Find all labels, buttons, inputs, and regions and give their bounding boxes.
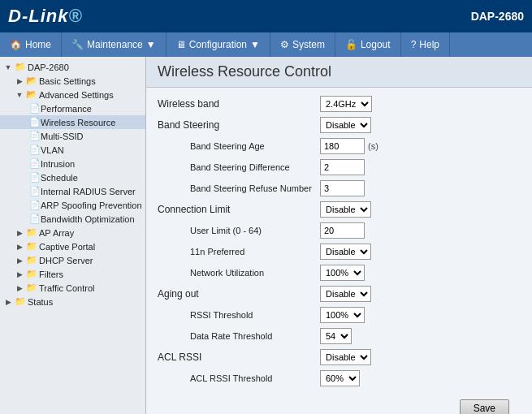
band-steering-age-unit: (s)	[368, 141, 378, 151]
sidebar-item-bandwidth-opt[interactable]: 📄 Bandwidth Optimization	[0, 212, 145, 226]
sidebar-item-traffic-control[interactable]: ▶ 📁 Traffic Control	[0, 281, 145, 295]
expand-icon: ▶	[15, 283, 24, 293]
user-limit-row: User Limit (0 - 64)	[158, 222, 521, 239]
band-steering-control: Disable Enable	[320, 117, 371, 133]
band-steering-age-row: Band Steering Age (s)	[158, 138, 521, 154]
sidebar-item-multi-ssid[interactable]: 📄 Multi-SSID	[0, 129, 145, 143]
preferred-11n-select[interactable]: Disable Enable	[320, 244, 371, 260]
nav-help[interactable]: ? Help	[401, 32, 450, 57]
expand-icon: ▶	[15, 270, 24, 279]
sidebar-schedule-label: Schedule	[41, 173, 78, 183]
data-rate-label: Data Rate Threshold	[174, 331, 320, 341]
help-icon: ?	[411, 39, 417, 50]
nav-logout[interactable]: 🔓 Logout	[335, 32, 401, 57]
sidebar-item-intrusion[interactable]: 📄 Intrusion	[0, 157, 145, 170]
sidebar-multi-ssid-label: Multi-SSID	[41, 132, 84, 141]
band-steering-refuse-input[interactable]	[320, 180, 365, 196]
sidebar-intrusion-label: Intrusion	[41, 159, 75, 169]
folder-icon: 📁	[15, 62, 26, 72]
page-icon: 📄	[29, 213, 41, 224]
acl-rssi-threshold-row: ACL RSSI Threshold 60% 40%	[158, 370, 521, 386]
sidebar-advanced-settings-label: Advanced Settings	[39, 90, 114, 100]
band-steering-diff-input[interactable]	[320, 159, 365, 175]
expand-icon: ▶	[15, 256, 24, 265]
sidebar-item-dap2680[interactable]: ▼ 📁 DAP-2680	[0, 60, 145, 74]
sidebar-item-basic-settings[interactable]: ▶ 📂 Basic Settings	[0, 74, 145, 88]
expand-icon: ▶	[3, 297, 13, 307]
nav-home[interactable]: 🏠 Home	[0, 32, 62, 57]
sidebar-item-performance[interactable]: 📄 Performance	[0, 101, 145, 115]
band-steering-select[interactable]: Disable Enable	[320, 117, 371, 133]
sidebar-performance-label: Performance	[41, 104, 92, 114]
config-icon: 🖥	[176, 39, 186, 50]
sidebar-item-dhcp-server[interactable]: ▶ 📁 DHCP Server	[0, 253, 145, 267]
band-steering-age-input[interactable]	[320, 138, 365, 154]
wireless-band-select[interactable]: 2.4GHz 5GHz	[320, 96, 372, 112]
acl-rssi-select[interactable]: Disable Enable	[320, 349, 371, 365]
nav-system[interactable]: ⚙ System	[270, 32, 335, 57]
user-limit-control	[320, 222, 365, 239]
collapse-icon: ▼	[15, 90, 24, 100]
folder-icon: 📁	[26, 282, 37, 293]
network-util-label: Network Utilization	[174, 268, 320, 278]
page-title: Wireless Resource Control	[158, 63, 521, 80]
network-util-select[interactable]: 100% 80% 60%	[320, 265, 365, 281]
data-rate-select[interactable]: 54 48 36	[320, 328, 352, 344]
sidebar-radius-label: Internal RADIUS Server	[41, 187, 136, 196]
save-button[interactable]: Save	[460, 399, 509, 414]
logout-icon: 🔓	[345, 39, 357, 50]
sidebar-dap2680-label: DAP-2680	[28, 63, 69, 72]
nav-configuration-label: Configuration	[189, 39, 247, 50]
sidebar-item-vlan[interactable]: 📄 VLAN	[0, 143, 145, 157]
save-row: Save	[158, 391, 521, 414]
sidebar-basic-settings-label: Basic Settings	[39, 76, 96, 86]
sidebar-item-arp-spoofing[interactable]: 📄 ARP Spoofing Prevention	[0, 198, 145, 212]
sidebar-item-schedule[interactable]: 📄 Schedule	[0, 170, 145, 184]
acl-rssi-label: ACL RSSI	[158, 351, 320, 363]
band-steering-diff-control	[320, 159, 365, 175]
sidebar-item-filters[interactable]: ▶ 📁 Filters	[0, 267, 145, 281]
sidebar-arp-label: ARP Spoofing Prevention	[41, 201, 142, 210]
connection-limit-select[interactable]: Disable Enable	[320, 201, 371, 218]
folder-icon: 📁	[26, 269, 37, 279]
aging-out-select[interactable]: Disable Enable	[320, 286, 371, 302]
sidebar-traffic-label: Traffic Control	[39, 283, 94, 293]
sidebar-dhcp-label: DHCP Server	[39, 256, 93, 265]
system-icon: ⚙	[280, 39, 289, 50]
sidebar-item-captive-portal[interactable]: ▶ 📁 Captive Portal	[0, 239, 145, 253]
wireless-band-row: Wireless band 2.4GHz 5GHz	[158, 96, 521, 112]
page-icon: 📄	[29, 200, 41, 210]
data-rate-control: 54 48 36	[320, 328, 352, 344]
nav-home-label: Home	[25, 39, 51, 50]
nav-logout-label: Logout	[361, 39, 391, 50]
maintenance-dropdown-icon: ▼	[146, 39, 156, 50]
page-icon: 📄	[29, 103, 41, 114]
band-steering-age-label: Band Steering Age	[174, 141, 320, 151]
preferred-11n-row: 11n Preferred Disable Enable	[158, 244, 521, 260]
rssi-threshold-select[interactable]: 100% 80%	[320, 307, 365, 323]
navbar: 🏠 Home 🔧 Maintenance ▼ 🖥 Configuration ▼…	[0, 32, 532, 57]
data-rate-row: Data Rate Threshold 54 48 36	[158, 328, 521, 344]
nav-maintenance-label: Maintenance	[87, 39, 143, 50]
nav-configuration[interactable]: 🖥 Configuration ▼	[167, 32, 270, 57]
sidebar-item-radius-server[interactable]: 📄 Internal RADIUS Server	[0, 184, 145, 198]
folder-icon: 📂	[26, 89, 37, 100]
page-icon: 📄	[29, 144, 41, 155]
expand-icon: ▶	[15, 242, 24, 252]
sidebar-item-ap-array[interactable]: ▶ 📁 AP Array	[0, 226, 145, 239]
acl-rssi-threshold-select[interactable]: 60% 40%	[320, 370, 360, 386]
acl-rssi-control: Disable Enable	[320, 349, 371, 365]
sidebar-item-wireless-resource[interactable]: 📄 Wireless Resource	[0, 115, 145, 129]
sidebar-wireless-resource-label: Wireless Resource	[41, 118, 115, 127]
maintenance-icon: 🔧	[71, 39, 84, 50]
wireless-band-label: Wireless band	[158, 98, 320, 110]
acl-rssi-row: ACL RSSI Disable Enable	[158, 349, 521, 365]
nav-maintenance[interactable]: 🔧 Maintenance ▼	[62, 32, 167, 57]
sidebar-item-status[interactable]: ▶ 📁 Status	[0, 295, 145, 308]
band-steering-label: Band Steering	[158, 119, 320, 131]
preferred-11n-control: Disable Enable	[320, 244, 371, 260]
sidebar-item-advanced-settings[interactable]: ▼ 📂 Advanced Settings	[0, 88, 145, 101]
collapse-icon: ▼	[3, 63, 13, 72]
user-limit-input[interactable]	[320, 222, 365, 239]
band-steering-age-control: (s)	[320, 138, 378, 154]
